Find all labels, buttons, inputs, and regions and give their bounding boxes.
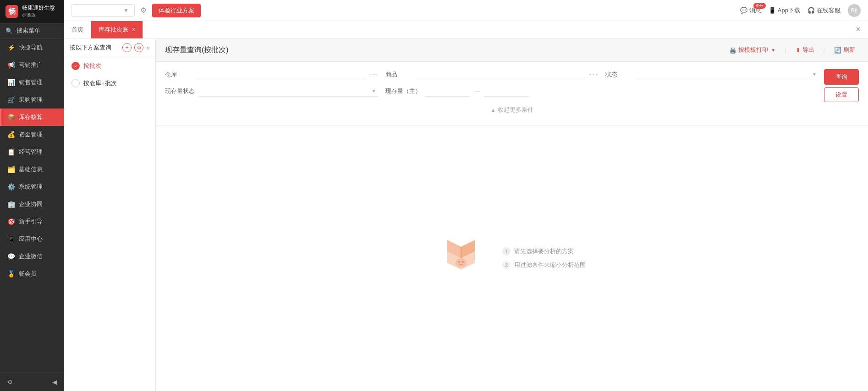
topbar-gear-icon[interactable]: ⚙ [138, 4, 148, 16]
refresh-button[interactable]: 🔄 刷新 [830, 44, 859, 56]
topbar-dropdown-button[interactable]: ▼ [121, 6, 131, 15]
active-scheme-dot: ✓ [71, 62, 80, 70]
filter-row-2: 现存量状态 ▼ 现存量（主） [165, 86, 819, 97]
right-panel: 现存量查询(按批次) 🖨️ 按模板打印 ▼ | ⬆ 导出 | 🔄 [156, 38, 868, 391]
tab-close-button[interactable]: × [132, 27, 135, 33]
query-button[interactable]: 查询 [824, 69, 859, 85]
tip-text-1: 请先选择要分析的方案 [514, 247, 574, 255]
export-label: 导出 [802, 46, 814, 54]
tab-batch-account[interactable]: 库存批次账 × [91, 21, 143, 38]
page-titlebar: 现存量查询(按批次) 🖨️ 按模板打印 ▼ | ⬆ 导出 | 🔄 [156, 38, 868, 62]
filter-row-1: 仓库 ··· 商品 ··· 状态 [165, 69, 819, 80]
guide-icon: 🎯 [7, 218, 15, 225]
tabs-bar: 首页 库存批次账 × × [64, 21, 868, 38]
sidebar-item-guide[interactable]: 🎯 新手引导 [0, 213, 64, 230]
print-button[interactable]: 🖨️ 按模板打印 ▼ [725, 44, 779, 56]
industry-solution-button[interactable]: 体验行业方案 [152, 4, 201, 17]
sidebar-item-label: 采购管理 [19, 96, 43, 104]
messages-item[interactable]: 💬 消息 99+ [740, 6, 761, 15]
collapse-filters-button[interactable]: ▲ 收起更多条件 [165, 102, 859, 118]
product-dots[interactable]: ··· [589, 71, 598, 79]
app-logo: 畅 [5, 5, 18, 18]
sidebar-item-system[interactable]: ⚙️ 系统管理 [0, 178, 64, 196]
plus-icon: + [126, 44, 129, 51]
system-icon: ⚙️ [7, 183, 15, 190]
topbar-search-wrap[interactable]: ▼ [71, 4, 135, 17]
status-field: 状态 ▼ [605, 69, 819, 80]
print-dropdown-icon[interactable]: ▼ [771, 48, 775, 53]
add-scheme-button[interactable]: + [122, 43, 132, 52]
customer-service-item[interactable]: 🎧 在线客服 [808, 6, 841, 15]
app-download-item[interactable]: 📱 App下载 [769, 6, 800, 15]
sidebar-item-sales[interactable]: 📊 销售管理 [0, 74, 64, 91]
sidebar-header: 畅 畅康通好生意 标准版 [0, 0, 64, 23]
topbar: ▼ ⚙ 体验行业方案 💬 消息 99+ 📱 App下载 🎧 在线客服 Rit [64, 0, 868, 21]
sidebar-item-basic[interactable]: 🗂️ 基础信息 [0, 161, 64, 178]
sidebar-item-label: 资金管理 [19, 130, 43, 139]
stock-qty-min-input[interactable] [425, 86, 471, 97]
sidebar-item-inventory[interactable]: 📦 库存核算 [0, 109, 64, 126]
tabs-close-all-button[interactable]: × [852, 23, 864, 36]
empty-tip-2: 2 用过滤条件来缩小分析范围 [502, 261, 586, 269]
apps-icon: 📱 [7, 235, 15, 243]
refresh-icon: 🔄 [834, 47, 841, 54]
sidebar-search-label: 搜索菜单 [16, 27, 40, 35]
print-icon: 🖨️ [729, 47, 736, 54]
stock-status-select[interactable] [198, 86, 378, 96]
scheme-settings-button[interactable]: ⚙ [134, 43, 143, 52]
sidebar-item-label: 销售管理 [19, 78, 43, 87]
user-item[interactable]: Rit [848, 4, 861, 17]
topbar-search-input[interactable] [76, 7, 121, 14]
sidebar-item-purchase[interactable]: 🛒 采购管理 [0, 91, 64, 109]
content-area: 按以下方案查询 + ⚙ « ✓ 按批次 按仓库+批次 [64, 38, 868, 391]
left-panel: 按以下方案查询 + ⚙ « ✓ 按批次 按仓库+批次 [64, 38, 156, 391]
inventory-icon: 📦 [7, 114, 15, 121]
messages-badge: 99+ [753, 3, 766, 9]
sidebar-item-quick-nav[interactable]: ⚡ 快捷导航 [0, 39, 64, 56]
export-button[interactable]: ⬆ 导出 [792, 44, 818, 56]
set-button[interactable]: 设置 [824, 87, 859, 102]
enterprise-icon: 🏢 [7, 201, 15, 208]
sidebar-collapse-button[interactable]: ◀ [50, 377, 59, 387]
sidebar-item-finance[interactable]: 💰 资金管理 [0, 126, 64, 143]
sidebar: 畅 畅康通好生意 标准版 🔍 搜索菜单 ⚡ 快捷导航 📢 营销推广 📊 销售管理… [0, 0, 64, 391]
sidebar-item-enterprise[interactable]: 🏢 企业协同 [0, 196, 64, 213]
stock-qty-max-input[interactable] [484, 86, 530, 97]
scheme-item-by-batch[interactable]: ✓ 按批次 [64, 57, 155, 75]
sidebar-item-member[interactable]: 🏅 畅会员 [0, 265, 64, 282]
avatar-text: Rit [851, 7, 858, 14]
status-select[interactable] [637, 69, 819, 80]
warehouse-input[interactable] [196, 69, 365, 80]
left-panel-actions: + ⚙ « [122, 43, 150, 52]
app-title: 畅康通好生意 [22, 5, 55, 12]
empty-inner: 1 请先选择要分析的方案 2 用过滤条件来缩小分析范围 [438, 235, 586, 281]
sidebar-item-marketing[interactable]: 📢 营销推广 [0, 56, 64, 74]
inactive-scheme-dot [71, 79, 80, 87]
sidebar-item-label: 畅会员 [19, 270, 37, 278]
sidebar-item-label: 经营管理 [19, 148, 43, 156]
topbar-left: ▼ ⚙ 体验行业方案 [71, 4, 740, 17]
product-label: 商品 [385, 71, 413, 79]
purchase-icon: 🛒 [7, 96, 15, 103]
sidebar-settings-button[interactable]: ⚙ [5, 377, 15, 387]
panel-collapse-button[interactable]: « [146, 44, 150, 51]
product-input[interactable] [417, 69, 586, 80]
sidebar-item-wechat[interactable]: 💬 企业微信 [0, 248, 64, 265]
sidebar-item-label: 基础信息 [19, 165, 43, 174]
customer-service-label: 在线客服 [817, 6, 841, 15]
tab-home-label: 首页 [71, 26, 83, 34]
search-icon: 🔍 [5, 27, 13, 34]
sidebar-item-label: 企业微信 [19, 252, 43, 261]
refresh-label: 刷新 [843, 46, 855, 54]
filter-area: 仓库 ··· 商品 ··· 状态 [156, 62, 868, 125]
sidebar-item-operation[interactable]: 📋 经营管理 [0, 143, 64, 161]
sidebar-item-label: 营销推广 [19, 61, 43, 69]
scheme-item-by-warehouse-batch[interactable]: 按仓库+批次 [64, 75, 155, 92]
tab-home[interactable]: 首页 [64, 21, 91, 38]
sidebar-search[interactable]: 🔍 搜索菜单 [0, 23, 64, 39]
sidebar-item-apps[interactable]: 📱 应用中心 [0, 230, 64, 248]
warehouse-dots[interactable]: ··· [369, 71, 378, 79]
stock-qty-field: 现存量（主） — [385, 86, 599, 97]
warehouse-field: 仓库 ··· [165, 69, 378, 80]
sidebar-item-label: 系统管理 [19, 183, 43, 191]
